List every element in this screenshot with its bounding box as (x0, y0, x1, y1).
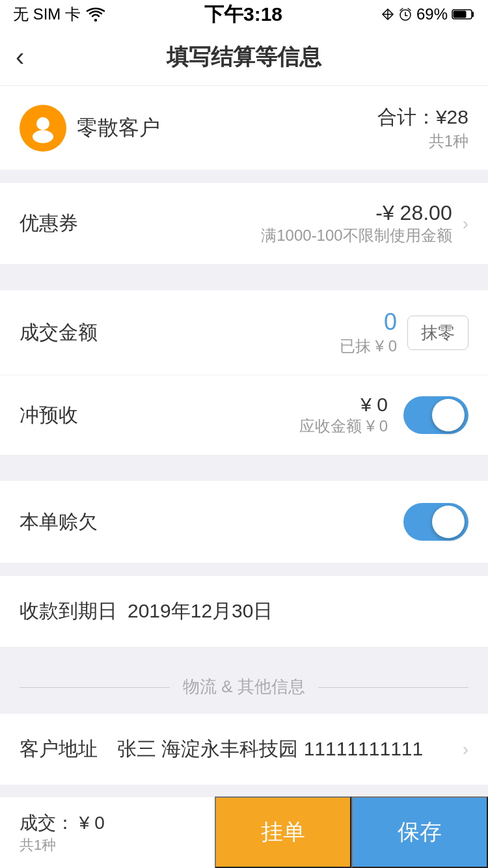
advance-label: 冲预收 (20, 402, 78, 429)
logistics-title: 物流 & 其他信息 (170, 675, 318, 698)
total-amount: 合计：¥28 (377, 104, 468, 131)
deal-amount-value[interactable]: 0 (340, 308, 397, 336)
address-value: 张三 海淀永丰科技园 11111111111 (117, 736, 463, 763)
no-sim-text: 无 SIM 卡 (13, 4, 81, 25)
rounding-button[interactable]: 抹零 (407, 316, 468, 350)
divider-2 (0, 468, 488, 481)
due-date-row: 收款到期日 2019年12月30日 (0, 576, 488, 647)
svg-point-6 (33, 130, 53, 143)
logistics-header: 物流 & 其他信息 (0, 660, 488, 714)
status-time: 下午3:18 (204, 1, 282, 28)
total-count: 共1种 (377, 131, 468, 152)
svg-rect-4 (453, 11, 466, 18)
address-chevron-icon: › (463, 739, 468, 760)
coupon-desc: 满1000-100不限制使用金额 (261, 225, 452, 246)
bottom-count: 共1种 (20, 835, 195, 855)
advance-right: ¥ 0 应收金额 ¥ 0 (299, 394, 468, 437)
customer-row: 零散客户 合计：¥28 共1种 (0, 86, 488, 170)
avatar (20, 105, 66, 152)
deal-amount-row: 成交金额 0 已抹 ¥ 0 抹零 (0, 290, 488, 375)
bottom-bar: 成交： ¥ 0 共1种 挂单 保存 (0, 796, 488, 868)
customer-name: 零散客户 (77, 114, 160, 142)
nav-bar: ‹ 填写结算等信息 (0, 29, 488, 86)
wifi-icon (86, 7, 105, 21)
deal-amount-right: 0 已抹 ¥ 0 抹零 (340, 308, 468, 357)
customer-summary: 合计：¥28 共1种 (377, 104, 468, 152)
battery-icon (452, 8, 475, 20)
due-date-label: 收款到期日 (20, 598, 117, 625)
location-icon (381, 8, 394, 21)
coupon-row[interactable]: 优惠券 -¥ 28.00 满1000-100不限制使用金额 › (0, 183, 488, 264)
status-left: 无 SIM 卡 (13, 4, 105, 25)
alarm-icon (398, 7, 413, 21)
bottom-deal-amount: 成交： ¥ 0 (20, 811, 195, 835)
coupon-label: 优惠券 (20, 210, 78, 237)
bottom-deal-label: 成交： (20, 813, 74, 833)
coupon-value-col: -¥ 28.00 满1000-100不限制使用金额 (261, 201, 452, 246)
back-button[interactable]: ‹ (16, 42, 24, 72)
credit-toggle-knob (432, 506, 465, 538)
toggle-knob (432, 399, 465, 431)
advance-row: 冲预收 ¥ 0 应收金额 ¥ 0 (0, 375, 488, 455)
advance-amounts: ¥ 0 应收金额 ¥ 0 (299, 394, 388, 437)
hold-button[interactable]: 挂单 (215, 796, 351, 868)
address-row[interactable]: 客户地址 张三 海淀永丰科技园 11111111111 › (0, 714, 488, 785)
deal-amount-section: 成交金额 0 已抹 ¥ 0 抹零 冲预收 ¥ 0 应收金额 ¥ 0 (0, 290, 488, 455)
deal-amount-label: 成交金额 (20, 319, 98, 346)
status-right: 69% (381, 5, 475, 23)
advance-sub: 应收金额 ¥ 0 (299, 416, 388, 437)
credit-toggle[interactable] (403, 503, 468, 541)
divider-1 (0, 277, 488, 290)
coupon-discount: -¥ 28.00 (261, 201, 452, 225)
credit-label: 本单赊欠 (20, 509, 98, 536)
battery-percent: 69% (416, 5, 448, 23)
bottom-deal-value: ¥ 0 (79, 813, 105, 833)
bottom-info: 成交： ¥ 0 共1种 (0, 796, 215, 868)
status-bar: 无 SIM 卡 下午3:18 69% (0, 0, 488, 29)
svg-rect-3 (472, 12, 474, 17)
content: 零散客户 合计：¥28 共1种 优惠券 -¥ 28.00 满1000-100不限… (0, 86, 488, 863)
due-date-value: 2019年12月30日 (128, 598, 273, 625)
svg-point-5 (36, 117, 49, 130)
advance-amount: ¥ 0 (299, 394, 388, 416)
advance-toggle[interactable] (403, 396, 468, 434)
page-title: 填写结算等信息 (167, 42, 321, 72)
deal-amount-col: 0 已抹 ¥ 0 (340, 308, 397, 357)
save-button[interactable]: 保存 (351, 796, 488, 868)
svg-point-0 (94, 19, 97, 21)
customer-left: 零散客户 (20, 105, 160, 152)
coupon-chevron-icon: › (463, 213, 468, 234)
address-label: 客户地址 (20, 736, 98, 763)
coupon-section: 优惠券 -¥ 28.00 满1000-100不限制使用金额 › (0, 183, 488, 264)
coupon-right: -¥ 28.00 满1000-100不限制使用金额 › (261, 201, 468, 246)
credit-row: 本单赊欠 (0, 481, 488, 563)
deal-amount-sub: 已抹 ¥ 0 (340, 336, 397, 357)
